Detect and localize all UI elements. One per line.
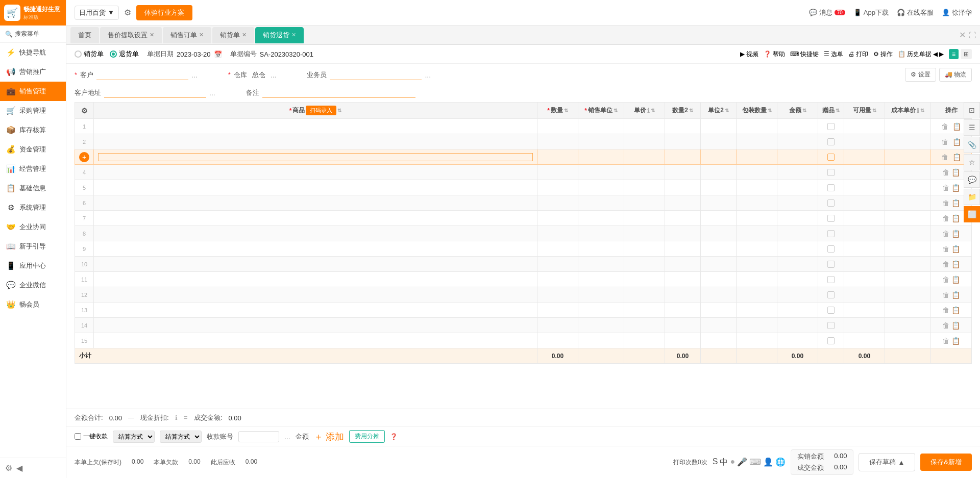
float-btn-5[interactable]: 💬 bbox=[964, 171, 980, 188]
copy-row-14[interactable]: 📋 bbox=[951, 321, 960, 330]
tab-sales-return[interactable]: 销货退货 ✕ bbox=[255, 27, 304, 43]
delete-row-2[interactable]: 🗑 bbox=[941, 138, 948, 146]
sort-icon-available[interactable]: ⇅ bbox=[872, 108, 876, 113]
copy-row-4[interactable]: 📋 bbox=[951, 168, 960, 177]
delete-row-10[interactable]: 🗑 bbox=[942, 260, 949, 268]
gift-checkbox-1[interactable] bbox=[827, 123, 835, 130]
search-menu-item[interactable]: 🔍 搜索菜单 bbox=[0, 26, 66, 43]
sort-icon-gift[interactable]: ⇅ bbox=[836, 108, 840, 113]
copy-row-10[interactable]: 📋 bbox=[951, 260, 960, 268]
sidebar-item-wechat[interactable]: 💬 企业微信 bbox=[0, 275, 66, 295]
app-download-group[interactable]: 📱 App下载 bbox=[853, 8, 889, 17]
sidebar-item-apps[interactable]: 📱 应用中心 bbox=[0, 256, 66, 275]
save-draft-button[interactable]: 保存草稿 ▲ bbox=[859, 453, 915, 471]
tab-home[interactable]: 首页 bbox=[70, 27, 99, 43]
sidebar-item-quick[interactable]: ⚡ 快捷导航 bbox=[0, 43, 66, 62]
gift-checkbox-3[interactable] bbox=[827, 154, 835, 161]
save-new-button[interactable]: 保存&新增 bbox=[920, 454, 972, 471]
gift-checkbox-4[interactable] bbox=[827, 169, 835, 176]
sidebar-item-enterprise[interactable]: 🤝 企业协同 bbox=[0, 217, 66, 237]
sidebar-item-basic[interactable]: 📋 基础信息 bbox=[0, 179, 66, 198]
address-input[interactable] bbox=[104, 88, 206, 98]
delete-row-11[interactable]: 🗑 bbox=[942, 275, 949, 284]
copy-row-1[interactable]: 📋 bbox=[952, 122, 961, 131]
note-input[interactable] bbox=[262, 88, 415, 98]
delete-row-7[interactable]: 🗑 bbox=[942, 214, 949, 222]
tab-close-sales-return[interactable]: ✕ bbox=[291, 32, 296, 38]
sougou-icon[interactable]: S bbox=[713, 457, 718, 468]
float-btn-6[interactable]: 📁 bbox=[964, 189, 980, 205]
sidebar-item-purchase[interactable]: 🛒 采购管理 bbox=[0, 101, 66, 120]
delete-row-1[interactable]: 🗑 bbox=[941, 122, 948, 131]
address-more-icon[interactable]: ... bbox=[209, 89, 215, 97]
sidebar-item-sales[interactable]: 💼 销售管理 bbox=[0, 82, 66, 101]
warehouse-more-icon[interactable]: ... bbox=[271, 71, 277, 79]
product-input-3[interactable] bbox=[98, 153, 533, 161]
th-gear[interactable]: ⚙ bbox=[75, 103, 94, 119]
delete-row-13[interactable]: 🗑 bbox=[942, 306, 949, 314]
customer-more-icon[interactable]: ... bbox=[191, 71, 198, 79]
gift-checkbox-2[interactable] bbox=[827, 138, 835, 145]
sidebar-item-finance[interactable]: 💰 资金管理 bbox=[0, 140, 66, 159]
gift-checkbox-9[interactable] bbox=[827, 245, 835, 253]
discount-help-icon[interactable]: ℹ bbox=[175, 414, 178, 421]
copy-row-9[interactable]: 📋 bbox=[951, 245, 960, 253]
gift-checkbox-7[interactable] bbox=[827, 215, 835, 222]
gift-checkbox-10[interactable] bbox=[827, 261, 835, 268]
sidebar-item-member[interactable]: 👑 畅会员 bbox=[0, 295, 66, 314]
float-btn-4[interactable]: ☆ bbox=[964, 154, 980, 170]
tab-close-price-setting[interactable]: ✕ bbox=[150, 32, 154, 38]
logistics-btn[interactable]: 🚚 物流 bbox=[939, 68, 972, 82]
sidebar-item-operations[interactable]: 📊 经营管理 bbox=[0, 159, 66, 179]
online-service-group[interactable]: 🎧 在线客服 bbox=[897, 8, 934, 17]
sort-icon-price[interactable]: ⇅ bbox=[651, 108, 655, 113]
delete-row-8[interactable]: 🗑 bbox=[942, 230, 949, 238]
input-icon-2[interactable]: ● bbox=[730, 457, 735, 468]
gift-checkbox-5[interactable] bbox=[827, 184, 835, 191]
staff-more-icon[interactable]: ... bbox=[425, 71, 431, 79]
translate-icon[interactable]: 🌐 bbox=[775, 457, 786, 468]
sort-icon-qty2[interactable]: ⇅ bbox=[689, 108, 693, 113]
sort-icon-pkg[interactable]: ⇅ bbox=[768, 108, 772, 113]
add-payment-btn[interactable]: ＋ 添加 bbox=[314, 431, 344, 443]
sidebar-item-inventory[interactable]: 📦 库存核算 bbox=[0, 120, 66, 140]
one-key-checkbox[interactable] bbox=[75, 433, 81, 440]
customer-input[interactable] bbox=[96, 70, 188, 80]
close-all-icon[interactable]: ✕ bbox=[959, 30, 966, 40]
tab-price-setting[interactable]: 售价提取设置 ✕ bbox=[100, 27, 162, 43]
account-more-icon[interactable]: ... bbox=[284, 433, 290, 441]
calculation-select[interactable]: 结算方式 bbox=[160, 431, 202, 443]
delete-row-5[interactable]: 🗑 bbox=[942, 184, 949, 192]
delete-row-15[interactable]: 🗑 bbox=[942, 337, 949, 345]
copy-row-3[interactable]: 📋 bbox=[952, 153, 961, 161]
list-view-btn[interactable]: ⊞ bbox=[961, 49, 972, 59]
copy-row-8[interactable]: 📋 bbox=[951, 230, 960, 238]
copy-row-15[interactable]: 📋 bbox=[951, 337, 960, 345]
fee-split-btn[interactable]: 费用分摊 bbox=[349, 430, 385, 443]
keyboard-icon-2[interactable]: ⌨ bbox=[749, 457, 761, 468]
copy-row-11[interactable]: 📋 bbox=[951, 275, 960, 284]
radio-sales[interactable]: 销货单 bbox=[75, 49, 104, 59]
copy-row-5[interactable]: 📋 bbox=[951, 184, 960, 192]
help-btn[interactable]: ❓ 帮助 bbox=[764, 50, 785, 59]
user-group[interactable]: 👤 徐泽华 bbox=[942, 8, 972, 17]
tab-close-sales[interactable]: ✕ bbox=[242, 32, 247, 38]
history-btn[interactable]: 📋 历史单据 ◀ ▶ bbox=[898, 50, 944, 59]
delete-row-3[interactable]: 🗑 bbox=[941, 153, 948, 161]
settings-btn[interactable]: ⚙ 设置 bbox=[905, 68, 936, 82]
add-row-button[interactable]: + bbox=[79, 152, 89, 162]
settings-icon[interactable]: ⚙ bbox=[5, 463, 12, 473]
print-btn[interactable]: 🖨 打印 bbox=[848, 50, 868, 59]
select-btn[interactable]: ☰ 选单 bbox=[824, 50, 843, 59]
delete-row-12[interactable]: 🗑 bbox=[942, 291, 949, 299]
sort-icon-cost[interactable]: ⇅ bbox=[920, 108, 924, 113]
industry-dropdown[interactable]: 日用百货 ▼ bbox=[75, 6, 119, 20]
save-draft-arrow-icon[interactable]: ▲ bbox=[898, 459, 904, 466]
settings-gear-icon[interactable]: ⚙ bbox=[124, 8, 131, 17]
fee-help-icon[interactable]: ❓ bbox=[390, 433, 398, 440]
shortcut-btn[interactable]: ⌨ 快捷键 bbox=[790, 50, 819, 59]
gift-checkbox-15[interactable] bbox=[827, 337, 835, 344]
user-icon-bottom[interactable]: 👤 bbox=[763, 457, 773, 468]
trial-button[interactable]: 体验行业方案 bbox=[136, 5, 192, 20]
delete-row-14[interactable]: 🗑 bbox=[942, 321, 949, 330]
